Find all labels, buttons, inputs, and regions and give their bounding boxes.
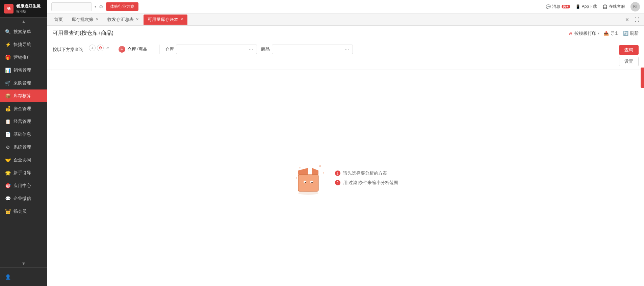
product-dots-icon[interactable]: ··· xyxy=(344,46,350,53)
sidebar-item-label: 快捷导航 xyxy=(14,42,31,48)
sidebar-item-label: 企业协同 xyxy=(14,157,31,163)
message-badge: 99+ xyxy=(562,5,570,8)
sidebar: 畅 畅康通好生意 标准版 ▲ 🔍 搜索菜单 ⚡ 快捷导航 🎁 营销推广 📊 销售… xyxy=(0,0,47,286)
sidebar-item-wechat[interactable]: 💬 企业微信 xyxy=(0,192,47,205)
template-print-chevron-icon[interactable]: ▾ xyxy=(598,31,599,35)
sidebar-item-label: 系统管理 xyxy=(14,144,31,150)
topbar-right: 💬 消息 99+ 📱 App下载 🎧 在线客服 Rit xyxy=(546,2,640,11)
sidebar-item-search[interactable]: 🔍 搜索菜单 xyxy=(0,25,47,38)
query-button[interactable]: 查询 xyxy=(619,45,639,55)
tab-home[interactable]: 首页 xyxy=(50,15,67,25)
refresh-button[interactable]: 🔄 刷新 xyxy=(623,30,639,36)
sidebar-item-user-settings[interactable]: 👤 xyxy=(0,270,47,283)
page-actions: 🖨 按模板打印 ▾ 📤 导出 🔄 刷新 xyxy=(569,30,639,36)
tabbar-close-button[interactable]: ✕ xyxy=(623,16,631,23)
user-avatar[interactable]: Rit xyxy=(630,2,640,11)
topbar-gear-icon[interactable]: ⚙ xyxy=(99,4,103,9)
page-title: 可用量查询(按仓库+商品) xyxy=(53,30,113,37)
page-header: 可用量查询(按仓库+商品) 🖨 按模板打印 ▾ 📤 导出 🔄 刷新 xyxy=(47,26,644,41)
empty-box-svg xyxy=(293,161,327,195)
tab-receipt-summary-close-icon[interactable]: ✕ xyxy=(136,17,139,22)
onboarding-icon: 🌟 xyxy=(5,170,11,176)
sidebar-item-quick-nav[interactable]: ⚡ 快捷导航 xyxy=(0,38,47,51)
filter-collapse-button[interactable]: « xyxy=(105,45,110,51)
app-download-button[interactable]: 📱 App下载 xyxy=(575,4,597,9)
sidebar-item-label: 销售管理 xyxy=(14,67,31,73)
deco-dot-4 xyxy=(296,177,297,179)
tab-bar: 首页 库存批次账 ✕ 收发存汇总表 ✕ 可用量库存账本 ✕ ✕ ⛶ xyxy=(47,14,644,26)
quick-nav-icon: ⚡ xyxy=(5,42,11,48)
basic-info-icon: 📄 xyxy=(5,131,11,137)
deco-dot-1 xyxy=(299,167,301,168)
sidebar-scroll-down[interactable]: ▼ xyxy=(0,260,47,267)
app-title-wrap: 畅康通好生意 标准版 xyxy=(16,3,41,14)
box-flap-left xyxy=(298,168,308,175)
warehouse-input[interactable]: ··· xyxy=(176,45,257,54)
sidebar-item-cooperation[interactable]: 🤝 企业协同 xyxy=(0,154,47,166)
sidebar-item-operations[interactable]: 📋 经营管理 xyxy=(0,115,47,128)
settings-button[interactable]: 设置 xyxy=(619,57,639,66)
sidebar-item-sales[interactable]: 📊 销售管理 xyxy=(0,64,47,77)
sidebar-item-system[interactable]: ⚙ 系统管理 xyxy=(0,141,47,154)
tab-available-ledger-close-icon[interactable]: ✕ xyxy=(180,17,183,22)
sidebar-item-marketing[interactable]: 🎁 营销推广 xyxy=(0,51,47,64)
sidebar-item-onboarding[interactable]: 🌟 新手引导 xyxy=(0,166,47,179)
sidebar-item-finance[interactable]: 💰 资金管理 xyxy=(0,102,47,115)
product-label: 商品 xyxy=(261,46,270,52)
box-flap-right xyxy=(312,168,318,175)
app-download-label: App下载 xyxy=(582,4,597,9)
tab-batch-ledger-close-icon[interactable]: ✕ xyxy=(96,17,99,22)
export-label: 导出 xyxy=(610,30,619,36)
tip-num-1: 1 xyxy=(335,171,340,176)
message-button[interactable]: 💬 消息 99+ xyxy=(546,4,570,9)
empty-tips: 1 请先选择要分析的方案 2 用[过滤]条件来缩小分析范围 xyxy=(335,170,398,186)
warehouse-dots-icon[interactable]: ··· xyxy=(248,46,254,53)
online-service-button[interactable]: 🎧 在线客服 xyxy=(602,4,625,9)
sidebar-item-label: 企业微信 xyxy=(14,196,31,202)
right-edge-bar xyxy=(641,68,644,88)
filter-inputs: 仓库 ··· 商品 ··· xyxy=(165,45,614,54)
sidebar-item-basic-info[interactable]: 📄 基础信息 xyxy=(0,128,47,141)
product-input[interactable]: ··· xyxy=(272,45,353,54)
sidebar-item-inventory[interactable]: 📦 库存核算 xyxy=(0,89,47,102)
cooperation-icon: 🤝 xyxy=(5,157,11,163)
sidebar-item-label: 基础信息 xyxy=(14,131,31,137)
box-shadow xyxy=(298,191,318,195)
page-content: 可用量查询(按仓库+商品) 🖨 按模板打印 ▾ 📤 导出 🔄 刷新 按以下 xyxy=(47,26,644,286)
deco-dot-2 xyxy=(319,165,321,167)
box-pupil-right xyxy=(311,182,313,183)
scheme-icon: ⊛ xyxy=(119,46,125,53)
sidebar-item-label: 搜索菜单 xyxy=(14,29,31,35)
filter-scheme-actions: + ⚙ « xyxy=(89,45,110,51)
topbar-chevron-icon[interactable]: ▾ xyxy=(95,5,96,8)
sidebar-item-label: 经营管理 xyxy=(14,119,31,125)
topbar-search-box[interactable] xyxy=(51,2,92,11)
refresh-icon: 🔄 xyxy=(623,31,628,36)
deco-dot-3 xyxy=(323,172,324,174)
sales-icon: 📊 xyxy=(5,67,11,73)
template-print-label: 按模板打印 xyxy=(574,30,596,36)
empty-tip-2: 2 用[过滤]条件来缩小分析范围 xyxy=(335,180,398,186)
trial-button[interactable]: 体验行业方案 xyxy=(106,2,138,11)
sidebar-scroll-up[interactable]: ▲ xyxy=(0,18,47,25)
sidebar-item-label: 资金管理 xyxy=(14,106,31,112)
tabbar-expand-button[interactable]: ⛶ xyxy=(633,16,641,23)
sidebar-item-app-center[interactable]: 🎯 应用中心 xyxy=(0,179,47,192)
sidebar-bottom: 👤 xyxy=(0,267,47,286)
sidebar-item-label: 营销推广 xyxy=(14,54,31,60)
filter-setting-button[interactable]: ⚙ xyxy=(97,45,104,51)
purchase-icon: 🛒 xyxy=(5,80,11,86)
sidebar-item-label: 新手引导 xyxy=(14,170,31,176)
sidebar-item-purchase[interactable]: 🛒 采购管理 xyxy=(0,77,47,89)
sidebar-item-membership[interactable]: 👑 畅会员 xyxy=(0,205,47,218)
filter-add-button[interactable]: + xyxy=(89,45,96,51)
filter-scheme-item[interactable]: ⊛ 仓库+商品 xyxy=(116,45,154,54)
topbar-search-input[interactable] xyxy=(54,4,81,9)
service-label: 在线客服 xyxy=(609,4,625,9)
tab-available-ledger[interactable]: 可用量库存账本 ✕ xyxy=(144,15,187,25)
tab-receipt-summary[interactable]: 收发存汇总表 ✕ xyxy=(103,15,143,25)
template-print-button[interactable]: 🖨 按模板打印 ▾ xyxy=(569,30,599,36)
export-button[interactable]: 📤 导出 xyxy=(603,30,619,36)
message-icon: 💬 xyxy=(546,4,551,9)
tab-batch-ledger[interactable]: 库存批次账 ✕ xyxy=(68,15,103,25)
